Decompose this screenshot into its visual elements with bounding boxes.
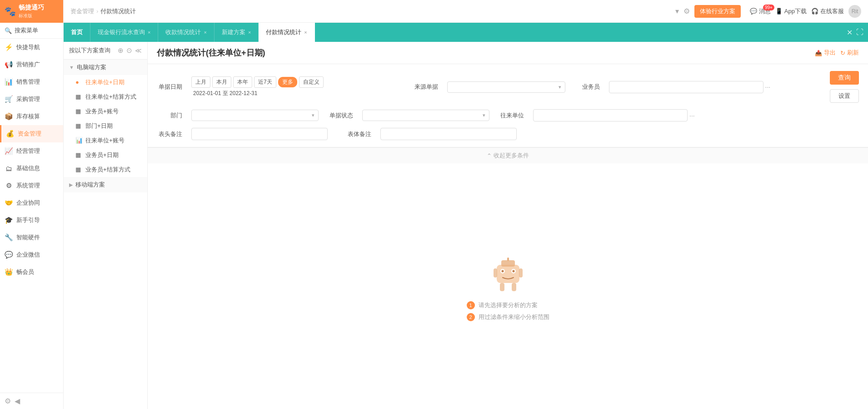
scheme-item-label: 往来单位+账号 [85, 136, 125, 145]
scheme-item-staff-settle[interactable]: ▦ 业务员+结算方式 [64, 162, 147, 177]
sidebar-item-wechat[interactable]: 💬 企业微信 [0, 246, 63, 263]
staff-dotdot-btn[interactable]: ··· [763, 83, 773, 91]
sidebar-item-inventory[interactable]: 📦 库存核算 [0, 108, 63, 125]
scheme-item-staff-date[interactable]: ▦ 业务员+日期 [64, 148, 147, 162]
export-button[interactable]: 📤 导出 [815, 49, 836, 57]
sidebar-item-finance[interactable]: 💰 资金管理 [0, 125, 63, 142]
sidebar-item-label: 企业协同 [16, 199, 40, 207]
topbar-dropdown-icon[interactable]: ▾ [675, 7, 679, 15]
partner-dotdot-btn[interactable]: ··· [688, 112, 697, 119]
tab-collection-close[interactable]: × [204, 30, 206, 35]
tab-bank-flow[interactable]: 现金银行流水查询 × [90, 23, 158, 42]
collapse-conditions-button[interactable]: ⌃ 收起更多条件 [148, 147, 868, 163]
scheme-panel-title: 按以下方案查询 [69, 46, 110, 55]
sidebar-item-label: 系统管理 [16, 182, 40, 190]
source-select[interactable]: ▾ [447, 81, 565, 93]
export-label: 导出 [824, 49, 836, 57]
header-note-input[interactable] [191, 128, 328, 140]
sidebar-item-system[interactable]: ⚙ 系统管理 [0, 177, 63, 194]
scheme-item-unit-settle[interactable]: ▦ 往来单位+结算方式 [64, 90, 147, 104]
last-month-btn[interactable]: 上月 [191, 76, 210, 88]
filter-row-3: 表头备注 表体备注 [157, 128, 859, 140]
collapse-sidebar-icon[interactable]: ◀ [15, 397, 20, 405]
doc-status-label: 单据状态 [328, 111, 353, 120]
scheme-group-desktop-header[interactable]: ▼ 电脑端方案 [64, 60, 147, 75]
topbar-gear-icon[interactable]: ⚙ [683, 7, 690, 15]
sidebar-item-quick-nav[interactable]: ⚡ 快捷导航 [0, 39, 63, 56]
this-month-btn[interactable]: 本月 [212, 76, 231, 88]
expand-icon[interactable]: ⛶ [856, 28, 863, 36]
last-7days-btn[interactable]: 近7天 [254, 76, 276, 88]
query-button[interactable]: 查询 [830, 71, 859, 85]
sidebar-item-collab[interactable]: 🤝 企业协同 [0, 194, 63, 212]
tab-home[interactable]: 首页 [64, 23, 90, 42]
sidebar-item-label: 快捷导航 [16, 43, 40, 51]
main-area: 资金管理 › 付款情况统计 ▾ ⚙ 体验行业方案 💬 消息 99+ 📱 App下… [64, 0, 868, 409]
tab-bank-flow-close[interactable]: × [148, 30, 150, 35]
sidebar-item-guide[interactable]: 🎓 新手引导 [0, 212, 63, 229]
sidebar-footer: ⚙ ◀ [0, 393, 63, 409]
scheme-item-unit-account[interactable]: 📊 往来单位+账号 [64, 133, 147, 148]
scheme-table-icon: ▦ [75, 93, 83, 101]
tab-new-scheme[interactable]: 新建方案 × [215, 23, 259, 42]
staff-input[interactable] [609, 81, 763, 93]
tab-new-scheme-close[interactable]: × [248, 30, 251, 35]
filter-header: 付款情况统计(往来单位+日期) 📤 导出 ↻ 刷新 [148, 42, 868, 64]
tab-collection-stats[interactable]: 收款情况统计 × [158, 23, 214, 42]
this-year-btn[interactable]: 本年 [233, 76, 252, 88]
add-scheme-icon[interactable]: ⊕ [118, 46, 124, 55]
user-avatar[interactable]: Rit [848, 5, 861, 18]
search-icon: 🔍 [5, 27, 12, 34]
sidebar-item-marketing[interactable]: 📢 营销推广 [0, 56, 63, 73]
scheme-item-staff-account[interactable]: ▦ 业务员+账号 [64, 104, 147, 119]
messages-button[interactable]: 💬 消息 99+ [750, 7, 771, 15]
scheme-item-label: 业务员+账号 [85, 107, 119, 116]
sidebar-item-hardware[interactable]: 🔧 智能硬件 [0, 229, 63, 246]
trial-button[interactable]: 体验行业方案 [694, 5, 741, 18]
sales-icon: 📊 [5, 78, 13, 86]
scheme-item-dept-date[interactable]: ▦ 部门+日期 [64, 119, 147, 133]
sidebar-item-sales[interactable]: 📊 销售管理 [0, 73, 63, 91]
search-menu-label: 搜索菜单 [15, 26, 38, 35]
app-download-button[interactable]: 📱 App下载 [775, 7, 807, 15]
messages-badge: 99+ [763, 5, 774, 10]
body-note-input[interactable] [380, 128, 517, 140]
purchase-icon: 🛒 [5, 95, 13, 103]
custom-btn[interactable]: 自定义 [299, 76, 324, 88]
scheme-group-mobile-header[interactable]: ▶ 移动端方案 [64, 177, 147, 192]
filter-settings-button[interactable]: 设置 [830, 89, 859, 103]
source-arrow: ▾ [559, 84, 561, 90]
doc-status-select[interactable]: ▾ [362, 110, 489, 121]
filter-form: 单据日期 上月 本月 本年 近7天 更多 自定义 2022-01-01 至 20… [148, 64, 868, 147]
sidebar-item-label: 营销推广 [16, 61, 40, 69]
sidebar-item-member[interactable]: 👑 畅会员 [0, 263, 63, 281]
scheme-item-label: 业务员+结算方式 [85, 166, 130, 174]
sidebar-item-operations[interactable]: 📈 经营管理 [0, 142, 63, 160]
dept-select[interactable]: ▾ [191, 110, 319, 121]
logo-icon: 🐾 [5, 6, 16, 17]
partner-input[interactable] [533, 109, 688, 121]
tab-payment-stats[interactable]: 付款情况统计 × [259, 23, 314, 42]
tab-payment-close[interactable]: × [304, 30, 307, 35]
scheme-item-unit-date[interactable]: ● 往来单位+日期 [64, 75, 147, 90]
search-menu[interactable]: 🔍 搜索菜单 [0, 23, 63, 39]
sidebar-item-basic[interactable]: 🗂 基础信息 [0, 160, 63, 177]
page-title: 付款情况统计(往来单位+日期) [157, 47, 265, 58]
tab-payment-label: 付款情况统计 [266, 28, 301, 36]
more-btn[interactable]: 更多 [278, 77, 297, 87]
online-service-button[interactable]: 🎧 在线客服 [811, 7, 844, 15]
guide-icon: 🎓 [5, 216, 13, 224]
scheme-collapse-icon[interactable]: ≪ [135, 47, 142, 54]
scheme-settings-icon[interactable]: ⊙ [126, 46, 132, 55]
collapse-chevron-icon: ⌃ [487, 152, 492, 159]
settings-footer-icon[interactable]: ⚙ [5, 397, 11, 405]
system-icon: ⚙ [5, 182, 13, 190]
sidebar-item-purchase[interactable]: 🛒 采购管理 [0, 91, 63, 108]
close-all-tabs-icon[interactable]: ✕ [847, 28, 853, 37]
dept-arrow: ▾ [312, 112, 314, 118]
refresh-button[interactable]: ↻ 刷新 [840, 49, 859, 57]
empty-robot-image [485, 251, 531, 297]
filter-row-1: 单据日期 上月 本月 本年 近7天 更多 自定义 2022-01-01 至 20… [157, 71, 859, 103]
dept-label: 部门 [157, 111, 182, 120]
scheme-item-label: 往来单位+结算方式 [85, 93, 136, 101]
